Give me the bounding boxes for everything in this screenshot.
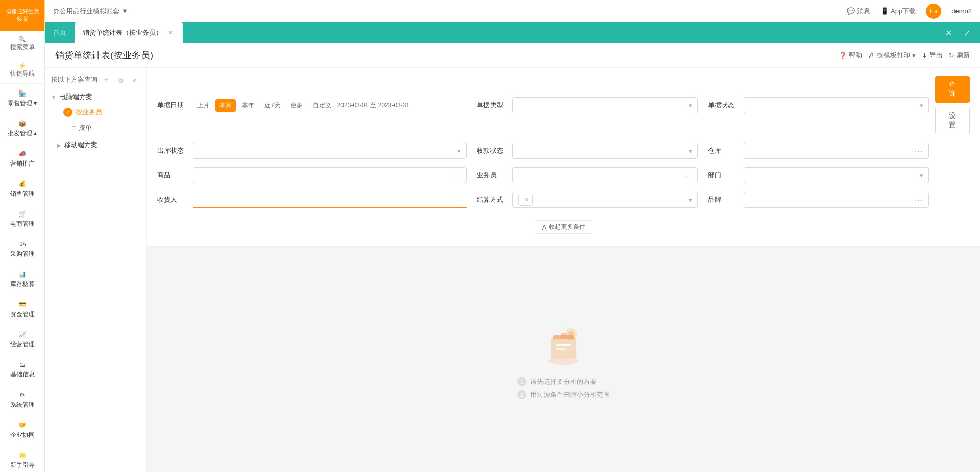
collapse-panel-icon[interactable]: « <box>129 74 140 85</box>
sidebar-item-ecom[interactable]: 🛒 电商管理 <box>0 204 44 234</box>
warehouse-dots: ··· <box>915 147 923 155</box>
date-btn-this-year[interactable]: 本年 <box>238 99 258 112</box>
sidebar-item-corp[interactable]: 🤝 企业协同 <box>0 415 44 445</box>
tip-text-2: 用过滤条件来缩小分析范围 <box>530 390 610 399</box>
sidebar-item-finance[interactable]: 💳 资金管理 <box>0 295 44 325</box>
plan-item-by-order[interactable]: ≡ 按单 <box>45 120 146 135</box>
print-dropdown-icon: ▾ <box>912 52 916 59</box>
collect-status-input[interactable]: ▾ <box>512 143 698 159</box>
filter-row-3: 商品 ··· 业务员 ··· <box>157 167 970 183</box>
topbar-dropdown-icon[interactable]: ▼ <box>121 7 128 15</box>
filter-row-1: 单据日期 上月 本月 本年 近7天 更多 自定义 20 <box>157 76 970 134</box>
operation-label: 经营管理 <box>10 340 35 349</box>
settings-button[interactable]: 设置 <box>935 107 970 134</box>
tab-home-label: 首页 <box>53 28 66 37</box>
logo-text: 畅捷通好生意 <box>6 8 39 15</box>
marketing-icon: 📣 <box>18 150 26 157</box>
sidebar-item-wholesale[interactable]: 📦 批发管理 ▴ <box>0 114 44 144</box>
username-label[interactable]: demo2 <box>951 7 972 15</box>
app-icon: 📱 <box>880 7 889 15</box>
warehouse-input[interactable]: ··· <box>744 143 929 159</box>
tab-expand-icon[interactable]: ⤢ <box>960 26 974 40</box>
doc-status-input[interactable]: ▾ <box>744 97 929 113</box>
doc-status-label: 单据状态 <box>708 101 744 110</box>
sidebar-item-search[interactable]: 🔍 搜索菜单 <box>0 31 44 57</box>
tip-num-2: 2 <box>517 390 526 399</box>
filter-row-2: 出库状态 ▾ 收款状态 ▾ <box>157 143 970 159</box>
sidebar-item-quick[interactable]: ⚡ 快捷导航 <box>0 57 44 84</box>
add-plan-icon[interactable]: ＋ <box>101 74 112 85</box>
date-btn-this-month[interactable]: 本月 <box>215 99 236 112</box>
refresh-button[interactable]: ↻ 刷新 <box>949 51 970 60</box>
brand-input[interactable]: ··· <box>744 192 929 208</box>
salesman-input[interactable]: ··· <box>512 167 698 183</box>
content-area: 销货单统计表(按业务员) ❓ 帮助 🖨 按模板打印 ▾ ⬇ 导出 ↻ 刷新 <box>45 43 980 472</box>
sidebar-item-retail[interactable]: 🏪 零售管理 ▾ <box>0 84 44 114</box>
receiver-input[interactable]: ··· <box>193 192 467 208</box>
sidebar-item-purchase[interactable]: 🛍 采购管理 <box>0 234 44 265</box>
filter-doc-status: 单据状态 ▾ <box>708 97 929 113</box>
tab-home[interactable]: 首页 <box>45 22 75 43</box>
sidebar-item-newbie[interactable]: 🌟 新手引导 <box>0 445 44 472</box>
dept-input[interactable]: ▾ <box>744 167 929 183</box>
sidebar-item-marketing[interactable]: 📣 营销推广 <box>0 144 44 174</box>
plan-group-desktop-header[interactable]: ▼ 电脑端方案 <box>45 89 146 105</box>
page-title: 销货单统计表(按业务员) <box>55 49 839 61</box>
tab-sales-report[interactable]: 销货单统计表（按业务员） ✕ <box>75 22 183 43</box>
manage-plan-icon[interactable]: ◎ <box>115 74 126 85</box>
sales-label: 销售管理 <box>10 190 35 198</box>
avatar-initial: Ea <box>930 8 938 15</box>
plan-group-mobile-header[interactable]: ▶ 移动端方案 <box>45 137 146 153</box>
filter-doc-type: 单据类型 ▾ <box>477 97 698 113</box>
settle-clear-icon[interactable]: × <box>525 196 528 203</box>
tip-text-1: 请先选择要分析的方案 <box>530 377 597 386</box>
topbar: 办公用品行业模拟账套 ▼ 💬 消息 📱 App下载 Ea demo2 <box>45 0 980 22</box>
export-button[interactable]: ⬇ 导出 <box>922 51 943 60</box>
dept-arrow: ▾ <box>920 172 923 179</box>
newbie-label: 新手引导 <box>10 461 35 469</box>
goods-input[interactable]: ··· <box>193 167 467 183</box>
sidebar-item-system[interactable]: ⚙ 系统管理 <box>0 385 44 415</box>
sidebar-item-stock[interactable]: 📊 库存核算 <box>0 265 44 295</box>
plan-group-desktop: ▼ 电脑端方案 ✓ 按业务员 ≡ 按单 <box>45 89 146 135</box>
message-button[interactable]: 💬 消息 <box>847 7 870 16</box>
plan-item-salesman-label: 按业务员 <box>76 108 102 117</box>
app-download-button[interactable]: 📱 App下载 <box>880 7 916 16</box>
newbie-icon: 🌟 <box>18 452 26 459</box>
user-avatar[interactable]: Ea <box>926 4 941 19</box>
out-status-input[interactable]: ▾ <box>193 143 467 159</box>
sidebar-item-basic[interactable]: 🗂 基础信息 <box>0 355 44 385</box>
search-icon: 🔍 <box>0 36 44 43</box>
filter-settle: 结算方式 × ▾ <box>477 192 698 208</box>
query-button[interactable]: 查询 <box>935 76 970 103</box>
print-button[interactable]: 🖨 按模板打印 ▾ <box>868 51 916 60</box>
tab-sales-report-label: 销货单统计表（按业务员） <box>83 28 162 37</box>
topbar-title: 办公用品行业模拟账套 ▼ <box>53 7 128 16</box>
settle-input[interactable]: × ▾ <box>512 192 698 208</box>
plan-group-desktop-label: 电脑端方案 <box>59 92 92 102</box>
finance-label: 资金管理 <box>10 310 35 319</box>
date-btn-last-month[interactable]: 上月 <box>193 99 213 112</box>
collapse-icon: ⋀ <box>542 224 547 231</box>
collect-status-arrow: ▾ <box>689 147 692 155</box>
basic-icon: 🗂 <box>19 361 26 368</box>
svg-rect-1 <box>551 338 576 358</box>
sidebar-item-operation[interactable]: 📈 经营管理 <box>0 325 44 355</box>
plan-group-desktop-arrow: ▼ <box>51 95 56 100</box>
date-btn-7days[interactable]: 近7天 <box>260 99 284 112</box>
warehouse-label: 仓库 <box>708 146 744 155</box>
content-body: 按以下方案查询 ＋ ◎ « ▼ 电脑端方案 ✓ 按业务员 <box>45 68 980 472</box>
date-btn-custom[interactable]: 自定义 <box>309 99 335 112</box>
help-button[interactable]: ❓ 帮助 <box>839 51 862 60</box>
collect-status-label: 收款状态 <box>477 146 512 155</box>
tab-close-all-icon[interactable]: ✕ <box>941 26 955 40</box>
salesman-label: 业务员 <box>477 171 512 180</box>
sidebar-item-sales[interactable]: 💰 销售管理 <box>0 174 44 204</box>
brand-dots: ··· <box>915 196 923 204</box>
tab-close-icon[interactable]: ✕ <box>166 29 175 37</box>
doc-type-input[interactable]: ▾ <box>512 97 698 113</box>
date-btn-more[interactable]: 更多 <box>286 99 307 112</box>
collapse-button[interactable]: ⋀ 收起更多条件 <box>535 220 592 234</box>
plan-item-by-salesman[interactable]: ✓ 按业务员 <box>45 105 146 120</box>
app-logo: 畅捷通好生意 标版 <box>0 0 44 31</box>
